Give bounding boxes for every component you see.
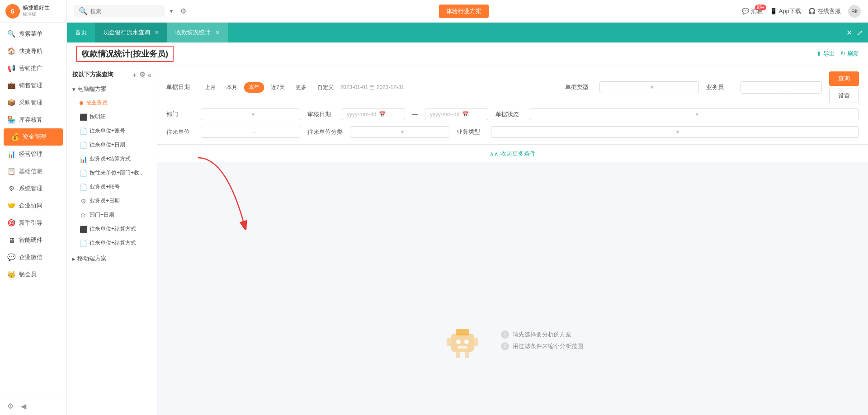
refresh-btn[interactable]: ↻ 刷新 xyxy=(840,50,859,58)
tree-item-9[interactable]: ⬛往来单位+结算方式 xyxy=(71,222,153,236)
sidebar-icon-3: 💼 xyxy=(7,81,15,90)
scheme-settings-icon[interactable]: ⚙ xyxy=(139,71,145,79)
date-tab-more[interactable]: 更多 xyxy=(292,82,311,93)
export-btn[interactable]: ⬆ 导出 xyxy=(816,50,835,58)
sidebar-item-11[interactable]: 🎯新手引导 xyxy=(0,214,66,231)
tree-item-1[interactable]: ⬛按明细 xyxy=(71,110,153,124)
collapse-bar[interactable]: ∧∧ 收起更多条件 xyxy=(157,145,868,162)
tree-item-0[interactable]: 按业务员 xyxy=(71,96,153,110)
sidebar-icon-13: 💬 xyxy=(7,253,15,261)
online-service-btn[interactable]: 🎧 在线客服 xyxy=(808,7,841,15)
sidebar-item-12[interactable]: 🖥智能硬件 xyxy=(0,231,66,249)
sidebar-item-6[interactable]: 💰资金管理 xyxy=(4,128,63,146)
doc-type-select[interactable]: ▾ xyxy=(599,81,699,93)
dept-label: 部门 xyxy=(166,110,193,118)
sidebar-item-10[interactable]: 🤝企业协同 xyxy=(0,197,66,214)
partner-select[interactable]: ··· xyxy=(201,126,300,138)
sidebar-item-3[interactable]: 💼销售管理 xyxy=(0,77,66,94)
empty-step-1: 1 请先选择要分析的方案 xyxy=(501,330,583,339)
tree-item-label-7: 业务员+日期 xyxy=(90,197,120,205)
tree-item-8[interactable]: ⊙部门+日期 xyxy=(71,208,153,222)
filter-row-2: 部门 ▾ 审核日期 yyyy-mm-dd 📅 — yyyy-mm-dd xyxy=(166,108,859,120)
tree-item-7[interactable]: ⚙业务员+日期 xyxy=(71,194,153,208)
date-tab-7days[interactable]: 近7天 xyxy=(267,82,289,93)
tree-item-2[interactable]: 📄往来单位+账号 xyxy=(71,124,153,138)
dept-select[interactable]: ▾ xyxy=(201,108,300,120)
doc-status-select[interactable]: ▾ xyxy=(530,108,859,120)
mobile-group-header[interactable]: ▸ 移动端方案 xyxy=(71,252,153,265)
sidebar-item-2[interactable]: 📢营销推广 xyxy=(0,60,66,77)
tree-item-label-8: 部门+日期 xyxy=(90,211,114,219)
empty-steps: 1 请先选择要分析的方案 2 用过滤条件来缩小分析范围 xyxy=(501,330,583,350)
search-input[interactable] xyxy=(90,8,158,14)
filter-area: 单据日期 上月 本月 本年 近7天 更多 自定义 2023-01-01 至 20… xyxy=(157,65,868,145)
sidebar-label-3: 销售管理 xyxy=(19,81,42,90)
sidebar-item-7[interactable]: 📊经营管理 xyxy=(0,146,66,163)
step-1-text: 请先选择要分析的方案 xyxy=(513,330,571,339)
calendar-from-icon[interactable]: 📅 xyxy=(379,111,386,118)
sidebar-icon-11: 🎯 xyxy=(7,219,15,227)
topbar-search-box[interactable]: 🔍 xyxy=(74,5,165,17)
tab-receipts[interactable]: 收款情况统计 ✕ xyxy=(167,23,228,42)
user-area[interactable]: Rit xyxy=(848,5,861,18)
date-tab-lastmonth[interactable]: 上月 xyxy=(201,82,220,93)
date-tab-thisyear[interactable]: 本年 xyxy=(244,82,264,93)
tree-item-5[interactable]: 📄按往来单位+部门+收... xyxy=(71,166,153,180)
collapse-sidebar-icon[interactable]: ◀‍‍ xyxy=(21,402,26,410)
sidebar-item-0[interactable]: 🔍搜索菜单 xyxy=(0,25,66,42)
filter-settings-btn[interactable]: 设置 xyxy=(829,89,859,103)
svg-rect-8 xyxy=(456,352,460,358)
review-date-from[interactable]: yyyy-mm-dd 📅 xyxy=(342,108,405,120)
add-scheme-icon[interactable]: + xyxy=(132,71,137,79)
sidebar-label-4: 采购管理 xyxy=(19,99,42,107)
tab-expand-icon[interactable]: ⤢ xyxy=(857,28,863,37)
topbar-gear-icon[interactable]: ⚙ xyxy=(180,7,186,15)
sidebar-item-14[interactable]: 👑畅会员 xyxy=(0,266,66,283)
query-btn[interactable]: 查询 xyxy=(829,71,859,86)
calendar-to-icon[interactable]: 📅 xyxy=(462,111,469,118)
tree-item-6[interactable]: 📄业务员+账号 xyxy=(71,180,153,194)
review-date-to[interactable]: yyyy-mm-dd 📅 xyxy=(425,108,488,120)
date-tab-custom[interactable]: 自定义 xyxy=(313,82,338,93)
app-download-btn[interactable]: 📱 App下载 xyxy=(770,7,801,15)
partner-type-select[interactable]: ▾ xyxy=(350,126,449,138)
svg-rect-6 xyxy=(447,338,451,346)
trial-btn[interactable]: 体验行业方案 xyxy=(439,5,489,18)
step-2-text: 用过滤条件来缩小分析范围 xyxy=(513,342,583,350)
topbar: 🔍 ▾ ⚙ 体验行业方案 💬 消息 99+ 📱 App下载 🎧 在线客服 Rit xyxy=(67,0,868,23)
pc-group-header[interactable]: ▾ 电脑端方案 xyxy=(71,82,153,96)
topbar-dropdown[interactable]: ▾ xyxy=(170,8,173,14)
partner-dots-icon[interactable]: ··· xyxy=(252,128,295,135)
biz-type-select[interactable]: ▾ xyxy=(491,126,859,138)
sidebar-item-1[interactable]: 🏠快捷导航 xyxy=(0,42,66,60)
sidebar-item-5[interactable]: 🏪库存核算 xyxy=(0,111,66,128)
salesman-dots-icon[interactable]: ··· xyxy=(783,84,817,91)
date-tab-thismonth[interactable]: 本月 xyxy=(222,82,241,93)
tree-item-3[interactable]: 📄往来单位+日期 xyxy=(71,138,153,152)
tab-receipts-close[interactable]: ✕ xyxy=(215,29,220,36)
tree-item-10[interactable]: 📄往来单位+结算方式 xyxy=(71,236,153,250)
tab-home[interactable]: 首页 xyxy=(67,23,95,42)
tree-item-label-2: 往来单位+账号 xyxy=(90,127,125,135)
salesman-select[interactable]: ··· xyxy=(741,81,822,94)
sidebar-item-8[interactable]: 📋基础信息 xyxy=(0,163,66,180)
partner-type-arrow-icon: ▾ xyxy=(401,129,444,135)
sidebar-bottom: ⚙ ◀‍‍ xyxy=(0,397,66,415)
sidebar-item-4[interactable]: 📦采购管理 xyxy=(0,94,66,111)
sidebar-item-9[interactable]: ⚙系统管理 xyxy=(0,180,66,197)
messages-btn[interactable]: 💬 消息 99+ xyxy=(742,7,763,15)
tab-close-all-icon[interactable]: ✕ xyxy=(846,28,852,37)
collapse-panel-icon[interactable]: « xyxy=(148,71,151,79)
tree-item-label-10: 往来单位+结算方式 xyxy=(90,239,136,247)
app-icon: 📱 xyxy=(770,8,777,14)
tree-item-4[interactable]: 📊业务员+结算方式 xyxy=(71,152,153,166)
sidebar-item-13[interactable]: 💬企业微信 xyxy=(0,249,66,266)
tab-cashbank-close[interactable]: ✕ xyxy=(155,29,159,36)
refresh-label: 刷新 xyxy=(847,50,859,58)
empty-step-2: 2 用过滤条件来缩小分析范围 xyxy=(501,342,583,350)
settings-bottom-icon[interactable]: ⚙ xyxy=(7,402,14,410)
tree-item-label-9: 往来单位+结算方式 xyxy=(90,225,136,233)
search-icon: 🔍 xyxy=(79,7,88,15)
mobile-group-arrow-icon: ▸ xyxy=(72,255,75,262)
tab-cashbank[interactable]: 现金银行流水查询 ✕ xyxy=(95,23,167,42)
